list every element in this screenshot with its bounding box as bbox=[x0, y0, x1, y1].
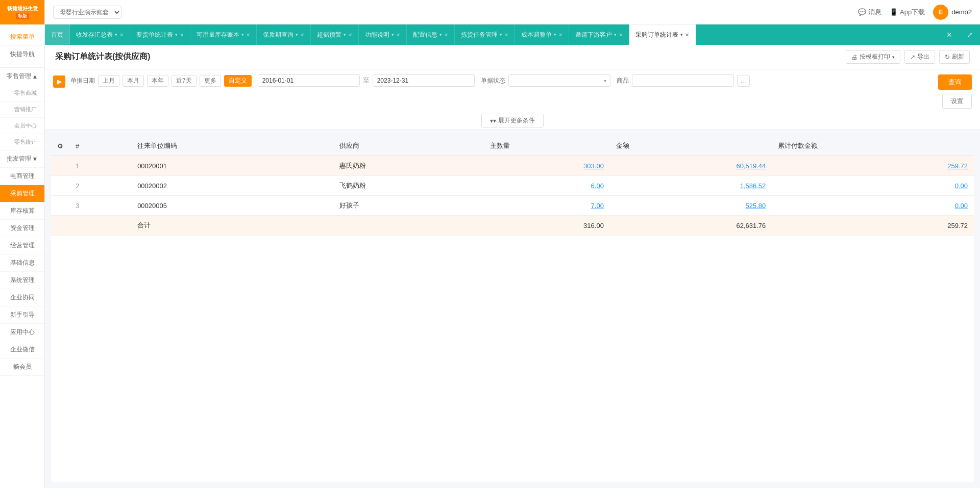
date-option-more[interactable]: 更多 bbox=[200, 75, 221, 87]
filter-toggle-btn[interactable]: ▶ bbox=[53, 75, 65, 88]
tab-close-zhihuo[interactable]: ✕ bbox=[504, 32, 508, 38]
sidebar-item-ecommerce[interactable]: 电商管理 bbox=[0, 168, 44, 185]
goods-input[interactable] bbox=[632, 74, 734, 87]
date-option-custom[interactable]: 自定义 bbox=[224, 75, 252, 87]
sidebar-item-inventory[interactable]: 库存核算 bbox=[0, 202, 44, 220]
td-amount-1[interactable]: 60,519.44 bbox=[610, 156, 772, 176]
tab-close-baochao[interactable]: ✕ bbox=[300, 32, 304, 38]
message-btn[interactable]: 💬 消息 bbox=[858, 8, 881, 17]
sidebar-item-member[interactable]: 会员中心 bbox=[0, 118, 44, 134]
tab-close-yaoqing[interactable]: ✕ bbox=[619, 32, 623, 38]
td-paid-1[interactable]: 259.72 bbox=[772, 156, 974, 176]
sidebar-item-operations[interactable]: 经营管理 bbox=[0, 237, 44, 254]
td-check-3[interactable] bbox=[51, 196, 69, 216]
sidebar-item-purchase[interactable]: 采购管理 bbox=[0, 185, 44, 202]
tab-close-chengben[interactable]: ✕ bbox=[558, 32, 562, 38]
main-area: 母婴行业演示账套 💬 消息 📱 App下载 E demo2 首页 收发存汇总表 … bbox=[45, 0, 980, 488]
sidebar-item-marketing[interactable]: 营销推广 bbox=[0, 101, 44, 118]
table-container: ⚙ # 往来单位编码 供应商 主数量 金额 累计付款金额 bbox=[51, 136, 974, 482]
tab-close-yaohuodan[interactable]: ✕ bbox=[180, 32, 184, 38]
tfoot-label: 合计 bbox=[131, 216, 483, 236]
td-paid-3[interactable]: 0.00 bbox=[772, 196, 974, 216]
sidebar-item-finance[interactable]: 资金管理 bbox=[0, 220, 44, 237]
sidebar-item-system[interactable]: 系统管理 bbox=[0, 272, 44, 289]
tab-home[interactable]: 首页 bbox=[45, 24, 70, 45]
table-footer-row: 合计 316.00 62,631.76 259.72 bbox=[51, 216, 974, 236]
goods-more-icon[interactable]: ... bbox=[737, 75, 750, 87]
td-check-1[interactable] bbox=[51, 156, 69, 176]
th-settings[interactable]: ⚙ bbox=[51, 136, 69, 156]
tab-close-shoufahuizhong[interactable]: ✕ bbox=[119, 32, 124, 38]
expand-more-btn[interactable]: ▾▾ 展开更多条件 bbox=[481, 114, 544, 127]
user-menu[interactable]: E demo2 bbox=[933, 5, 972, 20]
date-option-this-month[interactable]: 本月 bbox=[122, 75, 144, 87]
sidebar-item-appcenter[interactable]: 应用中心 bbox=[0, 324, 44, 341]
query-btn[interactable]: 查询 bbox=[938, 74, 972, 90]
tab-shoufahuizhong[interactable]: 收发存汇总表 ▾ ✕ bbox=[70, 24, 130, 45]
avatar: E bbox=[933, 5, 948, 20]
sidebar-item-search[interactable]: 搜索菜单 bbox=[2, 29, 42, 46]
tab-fullscreen-btn[interactable]: ⤢ bbox=[960, 24, 980, 45]
tab-close-gongneng[interactable]: ✕ bbox=[396, 32, 400, 38]
column-settings-icon[interactable]: ⚙ bbox=[57, 142, 63, 150]
date-option-this-year[interactable]: 本年 bbox=[147, 75, 168, 87]
sidebar-item-vip[interactable]: 畅会员 bbox=[0, 358, 44, 376]
export-btn[interactable]: ↗ 导出 bbox=[904, 50, 935, 64]
td-num-3: 3 bbox=[69, 196, 131, 216]
table-scroll[interactable]: ⚙ # 往来单位编码 供应商 主数量 金额 累计付款金额 bbox=[51, 136, 974, 482]
sidebar-item-retail-stats[interactable]: 零售统计 bbox=[0, 134, 44, 150]
tfoot-qty: 316.00 bbox=[484, 216, 610, 236]
account-selector[interactable]: 母婴行业演示账套 bbox=[53, 6, 121, 19]
tfoot-paid: 259.72 bbox=[772, 216, 974, 236]
td-supplier-2: 飞鹤奶粉 bbox=[333, 176, 484, 196]
filter-row-1: 单据日期 上月 本月 本年 近7天 更多 自定义 至 bbox=[70, 74, 932, 87]
tab-chengben[interactable]: 成本调整单 ▾ ✕ bbox=[515, 24, 569, 45]
tfoot-amount: 62,631.76 bbox=[610, 216, 772, 236]
tab-close-peizhi[interactable]: ✕ bbox=[444, 32, 448, 38]
app-download-btn[interactable]: 📱 App下载 bbox=[890, 8, 925, 17]
sidebar-item-enterprise[interactable]: 企业协同 bbox=[0, 289, 44, 306]
sidebar-item-retail-shop[interactable]: 零售商城 bbox=[0, 85, 44, 101]
tab-close-keyong[interactable]: ✕ bbox=[246, 32, 250, 38]
tab-caigou-active[interactable]: 采购订单统计表 ▾ ✕ bbox=[629, 24, 696, 45]
sidebar-item-wholesale[interactable]: 批发管理 ▼ bbox=[0, 150, 44, 168]
th-amount: 金额 bbox=[610, 136, 772, 156]
sidebar-item-wechat[interactable]: 企业微信 bbox=[0, 341, 44, 358]
date-range-inputs: 至 bbox=[258, 74, 475, 87]
date-from-input[interactable] bbox=[258, 74, 360, 87]
sidebar-item-basic[interactable]: 基础信息 bbox=[0, 254, 44, 272]
settings-btn[interactable]: 设置 bbox=[942, 94, 972, 109]
tab-peizhi[interactable]: 配置信息 ▾ ✕ bbox=[407, 24, 455, 45]
td-amount-3[interactable]: 525.80 bbox=[610, 196, 772, 216]
refresh-btn[interactable]: ↻ 刷新 bbox=[939, 50, 970, 64]
page-header: 采购订单统计表(按供应商) 🖨 按模板打印 ▾ ↗ 导出 ↻ 刷新 bbox=[45, 45, 980, 69]
tab-close-chaochuyujing[interactable]: ✕ bbox=[348, 32, 352, 38]
tab-chaochuyujing[interactable]: 超储预警 ▾ ✕ bbox=[311, 24, 359, 45]
sidebar-item-shortcut[interactable]: 快捷导航 bbox=[2, 46, 42, 63]
print-btn[interactable]: 🖨 按模板打印 ▾ bbox=[846, 50, 900, 64]
td-paid-2[interactable]: 0.00 bbox=[772, 176, 974, 196]
td-qty-1[interactable]: 303.00 bbox=[484, 156, 610, 176]
status-select-wrap bbox=[508, 74, 610, 87]
tab-yaohuodan[interactable]: 要货单统计表 ▾ ✕ bbox=[130, 24, 190, 45]
date-option-last-month[interactable]: 上月 bbox=[98, 75, 119, 87]
date-filter: 单据日期 上月 本月 本年 近7天 更多 自定义 bbox=[70, 75, 252, 87]
tab-baochao[interactable]: 保质期查询 ▾ ✕ bbox=[257, 24, 311, 45]
tab-keyong[interactable]: 可用量库存账本 ▾ ✕ bbox=[190, 24, 257, 45]
tab-close-all-btn[interactable]: ✕ bbox=[939, 24, 960, 45]
status-select[interactable] bbox=[508, 74, 610, 87]
td-qty-2[interactable]: 6.00 bbox=[484, 176, 610, 196]
tab-zhihuo[interactable]: 拣货任务管理 ▾ ✕ bbox=[455, 24, 515, 45]
sidebar-item-retail[interactable]: 零售管理 ▲ bbox=[0, 68, 44, 85]
printer-icon: 🖨 bbox=[851, 54, 857, 61]
td-qty-3[interactable]: 7.00 bbox=[484, 196, 610, 216]
sidebar-nav: 零售管理 ▲ 零售商城 营销推广 会员中心 零售统计 批发管理 ▼ 电商管理 采… bbox=[0, 68, 44, 488]
sidebar-item-newguide[interactable]: 新手引导 bbox=[0, 306, 44, 324]
date-option-7days[interactable]: 近7天 bbox=[172, 75, 197, 87]
tab-close-caigou[interactable]: ✕ bbox=[685, 32, 689, 38]
tab-yaoqing[interactable]: 邀请下游客户 ▾ ✕ bbox=[569, 24, 629, 45]
td-amount-2[interactable]: 1,586.52 bbox=[610, 176, 772, 196]
td-check-2[interactable] bbox=[51, 176, 69, 196]
tab-gongneng[interactable]: 功能说明 ▾ ✕ bbox=[359, 24, 407, 45]
date-to-input[interactable] bbox=[373, 74, 475, 87]
